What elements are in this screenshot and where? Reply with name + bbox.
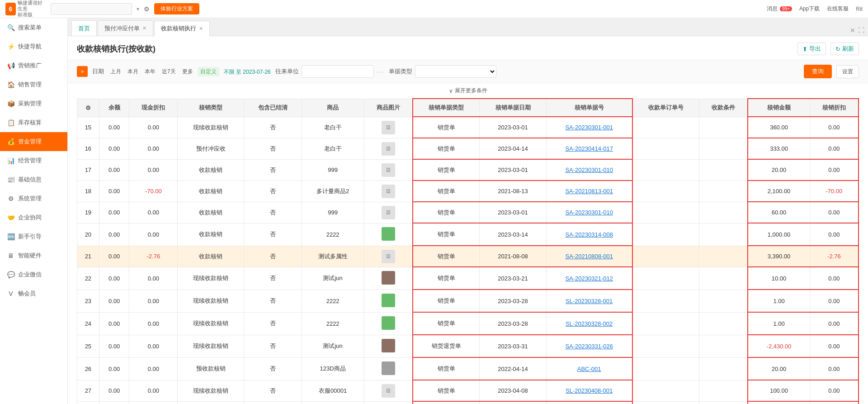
cell-writeoff-discount: 0.00 xyxy=(810,380,859,401)
cell-writeoff-discount: 0.00 xyxy=(810,312,859,335)
writeoff-number-link[interactable]: SA-20230301-010 xyxy=(565,166,613,173)
col-gear[interactable]: ⚙ xyxy=(77,99,99,117)
cell-writeoff-type: 收款核销 xyxy=(178,202,244,223)
cell-writeoff-date: 2023-03-28 xyxy=(480,290,546,312)
money-icon: 💰 xyxy=(7,138,14,145)
cell-cash-discount: 0.00 xyxy=(129,401,178,404)
date-custom[interactable]: 自定义 xyxy=(198,67,219,76)
cell-writeoff-voucher-type: 销货单 xyxy=(413,181,480,202)
writeoff-number-link[interactable]: SL-20230408-001 xyxy=(566,387,613,394)
date-links: 上月 本月 本年 近7天 更多 自定义 xyxy=(108,67,219,76)
writeoff-number-link[interactable]: SA-20230301-001 xyxy=(565,124,613,131)
refresh-icon: ↻ xyxy=(835,46,840,52)
notification-link[interactable]: 消息 99+ xyxy=(767,5,792,13)
cell-balance: 0.00 xyxy=(99,335,129,357)
logo-icon: 6 xyxy=(5,3,16,15)
col-product-img: 商品图片 xyxy=(364,99,413,117)
date-label: 日期 xyxy=(92,67,104,76)
service-link[interactable]: 在线客服 xyxy=(827,5,849,13)
cell-include-settled: 否 xyxy=(244,138,302,159)
writeoff-number-link[interactable]: SL-20230328-002 xyxy=(566,320,613,327)
cell-seq: 28 xyxy=(77,401,99,404)
writeoff-number-link[interactable]: SA-20230331-026 xyxy=(565,343,613,350)
cell-balance: 0.00 xyxy=(99,357,129,380)
sidebar-item-basic[interactable]: 📰 基础信息 xyxy=(0,170,67,189)
sidebar-item-enterprise[interactable]: 🤝 企业协同 xyxy=(0,208,67,227)
vip-icon: V xyxy=(7,290,14,297)
cell-writeoff-voucher-type: 销货单 xyxy=(413,290,480,312)
sidebar-item-search[interactable]: 🔍 搜索菜单 xyxy=(0,18,67,37)
cell-writeoff-voucher-type: 销货单 xyxy=(413,223,480,246)
cell-receipt-condition xyxy=(699,246,748,267)
refresh-button[interactable]: ↻ 刷新 xyxy=(830,43,859,55)
expand-conditions-button[interactable]: ∨ 展开更多条件 xyxy=(77,83,859,98)
close-window-icon[interactable]: ✕ xyxy=(850,27,855,34)
gear-icon[interactable]: ⚙ xyxy=(144,5,150,13)
box-icon: 📦 xyxy=(7,100,14,107)
tab-receipts[interactable]: 收款核销执行 ✕ xyxy=(154,21,210,36)
cell-product-img xyxy=(364,267,413,290)
product-thumb: 🖼 xyxy=(382,185,395,198)
sidebar-item-operations[interactable]: 📊 经营管理 xyxy=(0,151,67,170)
cell-receipt-order-no xyxy=(632,159,699,181)
search-input[interactable] xyxy=(51,3,132,15)
query-button[interactable]: 查询 xyxy=(804,65,832,78)
cell-product-img xyxy=(364,223,413,246)
writeoff-number-link[interactable]: SA-20230321-012 xyxy=(565,275,613,282)
writeoff-number-link[interactable]: SA-20210808-001 xyxy=(565,253,613,260)
writeoff-number-link[interactable]: SL-20230328-001 xyxy=(566,298,613,304)
top-actions: 消息 99+ App下载 在线客服 Rit xyxy=(767,5,863,13)
date-this-month[interactable]: 本月 xyxy=(126,67,140,76)
cell-receipt-condition xyxy=(699,223,748,246)
sidebar-item-quick-nav[interactable]: ⚡ 快捷导航 xyxy=(0,37,67,56)
cell-writeoff-type: 收款核销 xyxy=(178,159,244,181)
voucher-type-select[interactable] xyxy=(415,65,496,78)
sidebar-item-smart-hw[interactable]: 🖥 智能硬件 xyxy=(0,246,67,265)
col-writeoff-amount: 核销金额 xyxy=(748,99,810,117)
product-thumb xyxy=(382,339,395,352)
date-this-year[interactable]: 本年 xyxy=(143,67,157,76)
writeoff-number-link[interactable]: ABC-001 xyxy=(577,366,601,372)
date-more[interactable]: 更多 xyxy=(180,67,195,76)
partner-input[interactable] xyxy=(302,65,374,78)
cell-writeoff-type: 现续收款核销 xyxy=(178,401,244,404)
tab-prepay[interactable]: 预付冲应付单 ✕ xyxy=(98,20,153,36)
cell-balance: 0.00 xyxy=(99,290,129,312)
settings-button[interactable]: 设置 xyxy=(836,65,859,78)
page-title: 收款核销执行(按收款) xyxy=(77,43,156,54)
partner-picker-icon[interactable]: ··· xyxy=(377,68,384,75)
date-7days[interactable]: 近7天 xyxy=(160,67,178,76)
sidebar-item-wechat[interactable]: 💬 企业微信 xyxy=(0,265,67,284)
cell-writeoff-discount: 0.00 xyxy=(810,223,859,246)
sidebar-item-purchase[interactable]: 📦 采购管理 xyxy=(0,94,67,113)
cell-receipt-condition xyxy=(699,357,748,380)
close-icon[interactable]: ✕ xyxy=(199,26,203,32)
cell-writeoff-discount: 0.00 xyxy=(810,202,859,223)
trial-button[interactable]: 体验行业方案 xyxy=(154,3,199,14)
cell-writeoff-number: SA-20230301-001 xyxy=(546,117,632,138)
maximize-icon[interactable]: ⛶ xyxy=(858,27,864,34)
cell-writeoff-date: 2023-04-08 xyxy=(480,380,546,401)
app-download-link[interactable]: App下载 xyxy=(799,5,820,13)
date-last-month[interactable]: 上月 xyxy=(108,67,123,76)
filter-expand-button[interactable]: » xyxy=(77,66,88,77)
sidebar-item-inventory[interactable]: 📋 库存核算 xyxy=(0,113,67,132)
writeoff-number-link[interactable]: SA-20230414-017 xyxy=(565,145,613,152)
sidebar-item-sales[interactable]: 🏠 销售管理 xyxy=(0,75,67,94)
cell-writeoff-date: 2023-03-01 xyxy=(480,159,546,181)
writeoff-number-link[interactable]: SA-20230314-008 xyxy=(565,231,613,238)
cell-writeoff-number: SL-20230328-001 xyxy=(546,290,632,312)
export-button[interactable]: ⬆ 导出 xyxy=(797,43,826,55)
sidebar-item-member[interactable]: V 畅会员 xyxy=(0,284,67,303)
tab-home[interactable]: 首页 xyxy=(71,20,97,36)
sidebar-item-finance[interactable]: 💰 资金管理 xyxy=(0,132,67,151)
writeoff-number-link[interactable]: SA-20210813-001 xyxy=(565,188,613,195)
cell-balance: 0.00 xyxy=(99,380,129,401)
sidebar-item-marketing[interactable]: 📢 营销推广 xyxy=(0,56,67,75)
writeoff-number-link[interactable]: SA-20230301-010 xyxy=(565,209,613,216)
cell-product-img: 🖼 xyxy=(364,159,413,181)
close-icon[interactable]: ✕ xyxy=(142,25,146,31)
sidebar-item-system[interactable]: ⚙ 系统管理 xyxy=(0,189,67,208)
cell-cash-discount: 0.00 xyxy=(129,223,178,246)
sidebar-item-guide[interactable]: 🆕 新手引导 xyxy=(0,227,67,246)
